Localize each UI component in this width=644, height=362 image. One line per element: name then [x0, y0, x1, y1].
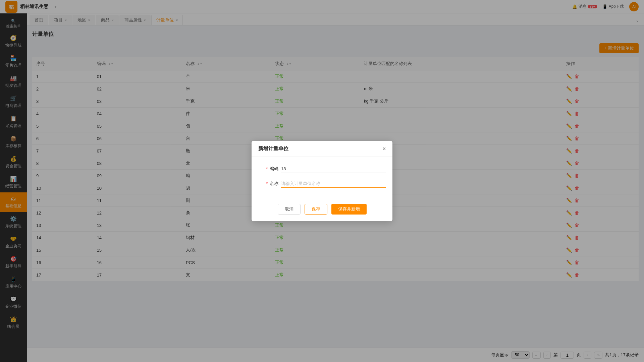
modal-dialog: 新增计量单位 × * 编码 * 名称 取消 保存 保存并新增: [252, 141, 392, 221]
name-label: * 名称: [258, 181, 278, 187]
code-required: *: [266, 166, 268, 171]
code-label: * 编码: [258, 166, 278, 172]
modal-header: 新增计量单位 ×: [252, 141, 392, 157]
code-input[interactable]: [281, 165, 386, 173]
form-row-name: * 名称: [258, 180, 386, 188]
modal-overlay[interactable]: 新增计量单位 × * 编码 * 名称 取消 保存 保存并新增: [0, 0, 644, 362]
cancel-button[interactable]: 取消: [278, 204, 301, 215]
save-new-button[interactable]: 保存并新增: [331, 204, 367, 215]
name-required: *: [266, 181, 268, 186]
form-row-code: * 编码: [258, 165, 386, 173]
modal-title: 新增计量单位: [258, 145, 288, 152]
save-button[interactable]: 保存: [305, 204, 327, 215]
modal-close-button[interactable]: ×: [383, 146, 386, 152]
modal-footer: 取消 保存 保存并新增: [252, 200, 392, 221]
modal-body: * 编码 * 名称: [252, 157, 392, 200]
name-input[interactable]: [281, 180, 386, 188]
